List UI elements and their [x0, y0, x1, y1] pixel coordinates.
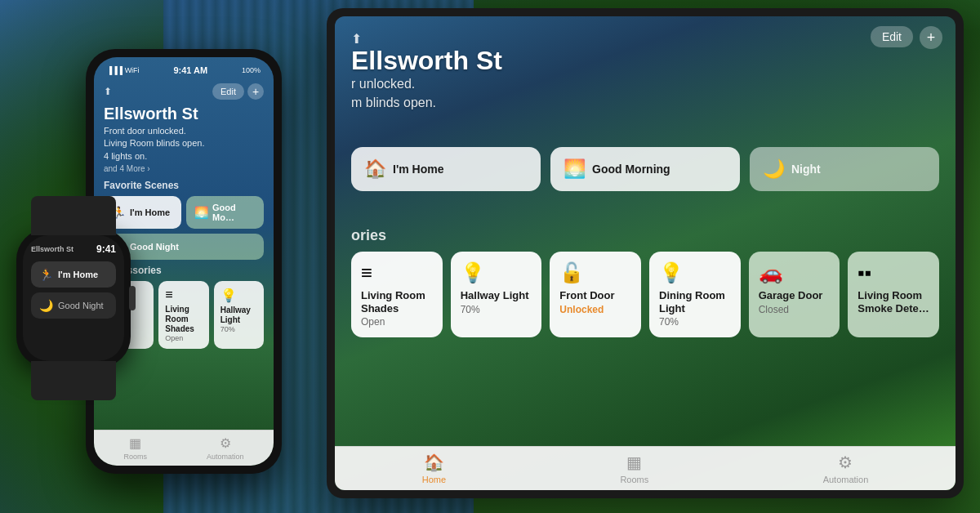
ipad-smoke-icon: ▪▪	[858, 261, 929, 284]
iphone-automation-icon: ⚙	[220, 435, 231, 451]
ipad-dining-light-name: Dining Room Light	[659, 289, 731, 314]
ipad-edit-button[interactable]: Edit	[871, 26, 913, 47]
ipad-screen: ⬆ Ellsworth St r unlocked.m blinds open.…	[335, 16, 956, 490]
iphone-light-icon: 💡	[220, 288, 257, 303]
iphone-rooms-icon: ▦	[129, 435, 141, 451]
ipad-dining-light-status: 70%	[659, 316, 731, 328]
iphone-more-link[interactable]: and 4 More ›	[104, 164, 264, 173]
ipad-home-icon: 🏠	[364, 158, 386, 180]
ipad-garage-name: Garage Door	[759, 289, 831, 302]
ipad-smoke-name: Living Room Smoke Dete…	[858, 289, 929, 314]
iphone-nav-rooms[interactable]: ▦ Rooms	[123, 435, 147, 461]
watch-scene-good-night[interactable]: 🌙 Good Night	[31, 292, 116, 319]
watch-header: Ellsworth St 9:41	[31, 243, 116, 255]
iphone-light-status: 70%	[220, 325, 257, 333]
iphone-nav-automation[interactable]: ⚙ Automation	[207, 435, 244, 461]
iphone-good-night-label: Good Night	[130, 242, 179, 252]
ipad-good-morning-label: Good Morning	[592, 163, 670, 176]
iphone-battery: 100%	[242, 66, 261, 74]
ipad-accessories-row: ≡ Living Room Shades Open 💡 Hallway Ligh…	[351, 252, 939, 337]
ipad-nav-automation[interactable]: ⚙ Automation	[807, 449, 885, 488]
ipad-scenes-row: 🏠 I'm Home 🌅 Good Morning 🌙 Night	[351, 147, 939, 191]
ipad-nav-rooms[interactable]: ▦ Rooms	[604, 449, 665, 488]
ipad-automation-nav-label: Automation	[823, 475, 869, 484]
ipad-good-night-label: Night	[791, 163, 821, 176]
ipad-topbar: Edit +	[335, 16, 956, 57]
ipad-home-label: I'm Home	[393, 163, 443, 176]
ipad-acc-front-door[interactable]: 🔓 Front Door Unlocked	[550, 252, 641, 337]
ipad-add-button[interactable]: +	[920, 26, 942, 49]
ipad-rooms-nav-icon: ▦	[626, 453, 642, 472]
ipad-acc-living-room-shades[interactable]: ≡ Living Room Shades Open	[351, 252, 443, 337]
iphone-scene-good-morning[interactable]: 🌅 Good Mo…	[186, 196, 264, 229]
ipad-garage-icon: 🚗	[759, 261, 831, 284]
iphone-header-row: ⬆ Edit +	[104, 83, 264, 100]
watch-scene-im-home[interactable]: 🏃 I'm Home	[31, 261, 116, 288]
watch-home-icon: 🏃	[39, 268, 53, 281]
ipad-front-door-status: Unlocked	[559, 304, 631, 315]
watch-good-night-label: Good Night	[58, 301, 104, 310]
ipad-scene-night[interactable]: 🌙 Night	[750, 147, 939, 191]
iphone-automation-label: Automation	[207, 453, 244, 461]
ipad-front-door-icon: 🔓	[559, 261, 631, 284]
iphone-scenes-row: 🏃 I'm Home 🌅 Good Mo…	[104, 196, 264, 229]
ipad-morning-icon: 🌅	[564, 158, 586, 180]
apple-watch: Ellsworth St 9:41 🏃 I'm Home 🌙 Good Nigh…	[16, 229, 131, 368]
ipad-bottom-nav: 🏠 Home ▦ Rooms ⚙ Automation	[335, 446, 956, 490]
iphone-good-morning-label: Good Mo…	[212, 203, 256, 222]
iphone-shades-icon: ≡	[165, 288, 202, 302]
iphone-light-name: Hallway Light	[220, 306, 257, 325]
iphone-scenes-label: Favorite Scenes	[104, 180, 264, 191]
iphone-shades-name: Living Room Shades	[165, 305, 202, 334]
watch-screen: Ellsworth St 9:41 🏃 I'm Home 🌙 Good Nigh…	[23, 235, 124, 361]
ipad-hallway-light-status: 70%	[461, 304, 532, 315]
iphone-im-home-label: I'm Home	[130, 207, 170, 217]
iphone-time: 9:41 AM	[140, 65, 242, 75]
ipad-device: ⬆ Ellsworth St r unlocked.m blinds open.…	[327, 8, 964, 498]
iphone-shades-status: Open	[165, 334, 202, 342]
ipad-hallway-light-name: Hallway Light	[461, 289, 532, 302]
ipad-shades-status: Open	[361, 316, 433, 328]
ipad-shades-icon: ≡	[361, 261, 433, 284]
watch-time: 9:41	[96, 243, 116, 255]
iphone-acc-shades[interactable]: ≡ Living Room Shades Open	[158, 281, 208, 349]
iphone-acc-light[interactable]: 💡 Hallway Light 70%	[214, 281, 264, 349]
iphone-signal: ▐▐▐ WiFi	[107, 66, 140, 74]
iphone-subtitle: Front door unlocked.Living Room blinds o…	[104, 125, 264, 163]
ipad-front-door-name: Front Door	[559, 289, 631, 302]
ipad-rooms-nav-label: Rooms	[620, 475, 648, 484]
ipad-dining-light-icon: 💡	[659, 261, 731, 284]
ipad-shades-name: Living Room Shades	[361, 289, 433, 314]
ipad-night-icon: 🌙	[763, 158, 785, 180]
watch-crown	[129, 286, 136, 310]
ipad-garage-status: Closed	[759, 304, 831, 315]
iphone-bottom-nav: ▦ Rooms ⚙ Automation	[94, 430, 274, 466]
ipad-acc-smoke[interactable]: ▪▪ Living Room Smoke Dete…	[848, 252, 939, 337]
ipad-hallway-light-icon: 💡	[461, 261, 532, 284]
ipad-acc-dining-light[interactable]: 💡 Dining Room Light 70%	[649, 252, 741, 337]
watch-night-icon: 🌙	[39, 299, 53, 312]
ipad-scene-home[interactable]: 🏠 I'm Home	[351, 147, 541, 191]
iphone-statusbar: ▐▐▐ WiFi 9:41 AM 100%	[94, 57, 274, 80]
iphone-location-icon: ⬆	[104, 86, 112, 97]
watch-band-bottom	[31, 361, 116, 400]
iphone-add-button[interactable]: +	[247, 83, 264, 100]
watch-location: Ellsworth St	[31, 245, 74, 253]
ipad-home-nav-icon: 🏠	[424, 453, 444, 472]
watch-band-top	[31, 196, 116, 235]
iphone-rooms-label: Rooms	[123, 453, 147, 461]
ipad-subtitle: r unlocked.m blinds open.	[351, 75, 502, 112]
iphone-morning-icon: 🌅	[194, 206, 208, 219]
ipad-acc-hallway-light[interactable]: 💡 Hallway Light 70%	[451, 252, 542, 337]
ipad-nav-home[interactable]: 🏠 Home	[406, 449, 462, 488]
iphone-edit-button[interactable]: Edit	[212, 83, 244, 100]
ipad-acc-garage[interactable]: 🚗 Garage Door Closed	[749, 252, 840, 337]
iphone-location-title: Ellsworth St	[104, 105, 264, 123]
ipad-accessories-label: ories	[351, 227, 386, 244]
ipad-automation-nav-icon: ⚙	[838, 453, 853, 472]
ipad-scene-good-morning[interactable]: 🌅 Good Morning	[550, 147, 740, 191]
watch-im-home-label: I'm Home	[58, 270, 98, 279]
ipad-home-nav-label: Home	[422, 475, 446, 484]
